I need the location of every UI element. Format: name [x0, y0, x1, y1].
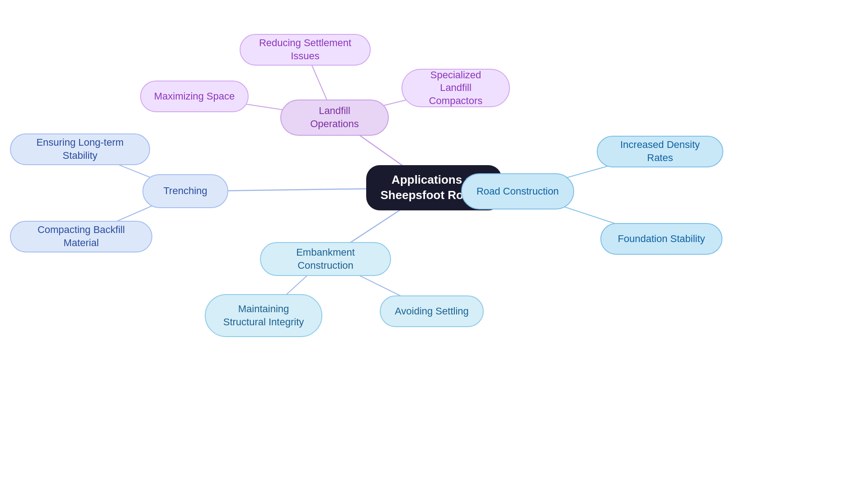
landfill-node: Landfill Operations	[280, 100, 389, 136]
increased-node: Increased Density Rates	[597, 136, 723, 167]
reducing-node: Reducing Settlement Issues	[240, 34, 371, 66]
road-node: Road Construction	[461, 173, 574, 209]
trenching-node: Trenching	[142, 174, 228, 208]
embankment-node: Embankment Construction	[260, 242, 391, 276]
compacting-node: Compacting Backfill Material	[10, 221, 152, 252]
avoiding-node: Avoiding Settling	[380, 295, 484, 327]
maximizing-node: Maximizing Space	[140, 81, 249, 112]
foundation-node: Foundation Stability	[600, 223, 722, 255]
specialized-node: Specialized Landfill Compactors	[401, 69, 510, 107]
maintaining-node: Maintaining Structural Integrity	[205, 294, 322, 337]
ensuring-node: Ensuring Long-term Stability	[10, 133, 150, 165]
